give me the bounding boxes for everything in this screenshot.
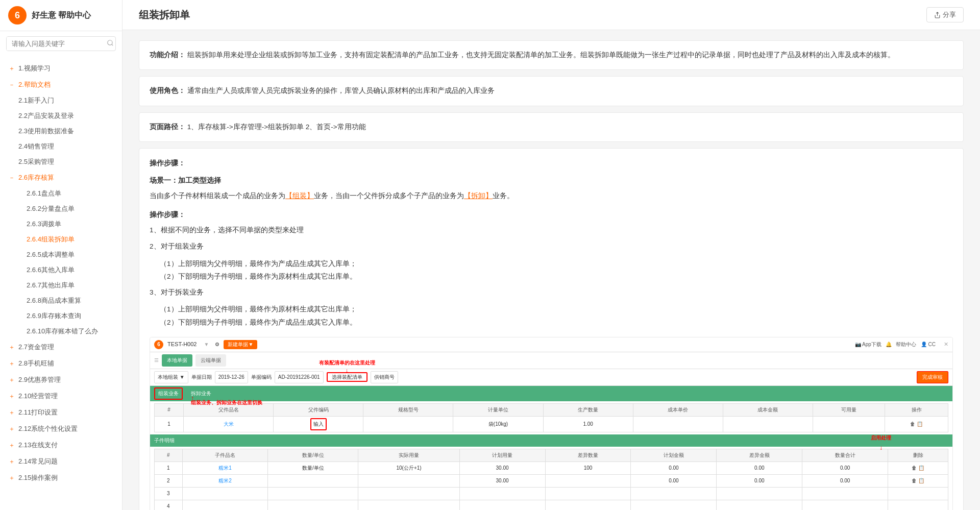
sidebar-item-shouji[interactable]: ＋ 2.8手机旺辅 <box>0 355 122 372</box>
brand-name: 好生意 帮助中心 <box>32 10 91 21</box>
op-steps-block: 操作步骤： 场景一：加工类型选择 当由多个子件材料组装成一个成品的业务为【组装】… <box>139 148 964 510</box>
path-label: 页面路径： <box>150 123 185 131</box>
chaixie-link[interactable]: 【拆卸】 <box>464 192 493 200</box>
sidebar-sub-label: 2.6.4组装拆卸单 <box>27 235 75 244</box>
table-row: 1 大米 输入 袋(10kg) 1.00 🗑 📋 <box>155 417 948 432</box>
mock-section-top: 组装业务 拆卸业务 组装业务、拆卸业务在这里切换 ↑ <box>150 386 952 401</box>
sidebar-sub-label: 2.6.9库存账本查询 <box>27 311 81 321</box>
sidebar-item-tiaocun[interactable]: 2.6.3调拨单 <box>0 216 122 232</box>
sidebar-item-qitachuku[interactable]: 2.6.7其他出库单 <box>0 278 122 293</box>
sidebar-sub-label: 2.6.6其他入库单 <box>27 265 75 275</box>
mock-new-btn[interactable]: 新建单据▼ <box>224 340 257 349</box>
sidebar-item-qianqi[interactable]: 2.3使用前数据准备 <box>0 124 122 139</box>
mock-table-top-wrapper: # 父件品名 父件编码 规格型号 计量单位 生产数量 成本单价 成本金额 可用量 <box>150 401 952 434</box>
sidebar-item-label: 2.6库存核算 <box>18 173 54 182</box>
mock-confirm-btn[interactable]: 完成审核 <box>917 371 948 383</box>
table-row: 3 <box>155 488 948 500</box>
sidebar-sub-label: 2.6.2分量盘点单 <box>27 204 75 213</box>
sidebar-item-zhangben[interactable]: 2.6.9库存账本查询 <box>0 308 122 324</box>
sidebar-item-qitaruku[interactable]: 2.6.6其他入库单 <box>0 262 122 278</box>
sidebar-item-caozuo[interactable]: ＋ 2.15操作案例 <box>0 470 122 486</box>
path-text: 1、库存核算->库存管理->组装拆卸单 2、首页->常用功能 <box>187 123 366 131</box>
table-row: 4 <box>155 500 948 510</box>
sidebar-item-dayin[interactable]: ＋ 2.11打印设置 <box>0 404 122 421</box>
sidebar-item-changjian[interactable]: ＋ 2.14常见问题 <box>0 453 122 470</box>
minus-icon: － <box>8 81 15 88</box>
sidebar-item-pandian[interactable]: 2.6.1盘点单 <box>0 186 122 201</box>
annotation-enable: 启用处理 ↓ <box>871 433 891 454</box>
step2-1: （1）上部明细为父件明细，最终作为产成品生成其它入库单； <box>150 257 953 271</box>
sidebar-sub-label: 2.6.5成本调整单 <box>27 250 75 259</box>
sidebar-item-zuzhuang[interactable]: 2.6.4组装拆卸单 <box>0 232 122 247</box>
sidebar-item-zaixian[interactable]: ＋ 2.13在线支付 <box>0 437 122 453</box>
search-input[interactable] <box>7 37 103 51</box>
sidebar-sub-label: 2.6.1盘点单 <box>27 189 61 198</box>
sidebar-item-docs[interactable]: － 2.帮助文档 <box>0 77 122 93</box>
plus-icon: ＋ <box>8 360 15 367</box>
sidebar-item-xinshourumen[interactable]: 2.1新手入门 <box>0 93 122 108</box>
sidebar-item-video[interactable]: ＋ 1.视频学习 <box>0 60 122 77</box>
svg-point-0 <box>108 40 112 45</box>
sidebar-item-label: 2.7资金管理 <box>18 343 54 352</box>
sidebar-item-caigou[interactable]: 2.5采购管理 <box>0 154 122 169</box>
zuzhuang-link[interactable]: 【组装】 <box>285 192 314 200</box>
sidebar-item-kucun[interactable]: － 2.6库存核算 <box>0 169 122 186</box>
col-avail: 可用量 <box>813 404 885 417</box>
mock-bottom-section: 子件明细 启用处理 ↓ # 子件品名 <box>150 434 952 510</box>
sidebar-item-label: 1.视频学习 <box>18 64 51 73</box>
mock-arrow: ▼ <box>204 340 209 349</box>
role-block: 使用角色： 通常由生产人员或库管人员完成拆装业务的操作，库管人员确认原材料的出库… <box>139 76 964 106</box>
sidebar-item-chanpin[interactable]: 2.2产品安装及登录 <box>0 108 122 124</box>
sidebar-item-fenpandian[interactable]: 2.6.2分量盘点单 <box>0 201 122 216</box>
op-steps-label: 操作步骤： <box>150 157 953 169</box>
sidebar-item-youhui[interactable]: ＋ 2.9优惠券管理 <box>0 372 122 388</box>
sidebar-sub-label: 2.1新手入门 <box>18 96 54 105</box>
sidebar-sub-label: 2.4销售管理 <box>18 142 54 151</box>
annotation-select: 有装配清单的在这里处理 ↓ <box>319 358 375 374</box>
share-button[interactable]: 分享 <box>926 7 964 22</box>
mock-close-icon[interactable]: ✕ <box>944 339 948 350</box>
page-title: 组装拆卸单 <box>139 8 190 22</box>
plus-icon: ＋ <box>8 474 15 481</box>
sidebar-item-label: 2.帮助文档 <box>18 80 51 89</box>
mock-section-wrapper: 组装业务 拆卸业务 组装业务、拆卸业务在这里切换 ↑ <box>150 386 952 401</box>
sidebar-item-label: 2.14常见问题 <box>18 457 58 466</box>
sub-col-diff-amt: 差异金额 <box>717 449 802 462</box>
mock-tab-local[interactable]: 本地单据 <box>162 354 192 367</box>
sidebar-item-zijin[interactable]: ＋ 2.7资金管理 <box>0 339 122 355</box>
search-button[interactable] <box>103 37 116 51</box>
col-parent-code: 父件编码 <box>274 404 363 417</box>
sidebar-sub-label: 2.5采购管理 <box>18 157 54 166</box>
sidebar-item-jingying[interactable]: ＋ 2.10经营管理 <box>0 388 122 404</box>
mock-code-field[interactable]: AD-20191226-001 <box>275 371 324 383</box>
sidebar-sub-label: 2.6.10库存账本错了么办 <box>27 327 98 336</box>
sidebar-item-xiaoshou[interactable]: 2.4销售管理 <box>0 139 122 154</box>
mock-date-field[interactable]: 2019-12-26 <box>215 371 248 383</box>
step3-1: （1）上部明细为父件明细，最终作为原材料生成其它出库单； <box>150 303 953 316</box>
mock-zuzhuang-tab[interactable]: 组装业务 <box>154 387 183 400</box>
mock-section-bottom-header: 子件明细 <box>150 434 952 447</box>
arrow-up: ↑ <box>191 393 194 404</box>
sidebar-item-cuowu[interactable]: 2.6.10库存账本错了么办 <box>0 324 122 339</box>
mock-table-bottom: # 子件品名 数量/单位 实际用量 计划用量 差异数量 计划金额 差异金额 数量 <box>154 449 948 510</box>
screenshot-container: 6 TEST-H002 ▼ ⚙ 新建单据▼ 📷 App下载 🔔 帮助中心 👤 C… <box>150 337 953 510</box>
function-intro-block: 功能介绍： 组装拆卸单用来处理企业组装或拆卸等加工业务，支持有固定装配清单的产品… <box>139 40 964 70</box>
plus-icon: ＋ <box>8 65 15 72</box>
col-qty: 生产数量 <box>543 404 633 417</box>
sidebar-item-shangpin[interactable]: 2.6.8商品成本重算 <box>0 293 122 308</box>
sidebar-item-chengben[interactable]: 2.6.5成本调整单 <box>0 247 122 262</box>
mock-tab-cloud[interactable]: 云端单据 <box>195 354 226 367</box>
role-text: 通常由生产人员或库管人员完成拆装业务的操作，库管人员确认原材料的出库和产成品的入… <box>187 87 495 94</box>
mock-chaixie-tab[interactable]: 拆卸业务 <box>191 389 211 398</box>
search-box[interactable] <box>6 36 116 51</box>
scene1-desc: 当由多个子件材料组装成一个成品的业务为【组装】业务，当由一个父件拆分成多个子产品… <box>150 190 953 202</box>
col-unit: 计量单位 <box>453 404 543 417</box>
sidebar-item-xitong[interactable]: ＋ 2.12系统个性化设置 <box>0 421 122 437</box>
sidebar-item-label: 2.15操作案例 <box>18 473 58 482</box>
sub-col-num: # <box>155 449 183 462</box>
table-row: 2 糯米2 30.00 0.00 0.00 0.00 <box>155 475 948 488</box>
col-cost-price: 成本单价 <box>633 404 723 417</box>
plus-icon: ＋ <box>8 393 15 400</box>
mock-date-label: 单据日期 <box>191 373 212 382</box>
mock-type-field[interactable]: 本地组装 ▼ <box>154 371 188 383</box>
